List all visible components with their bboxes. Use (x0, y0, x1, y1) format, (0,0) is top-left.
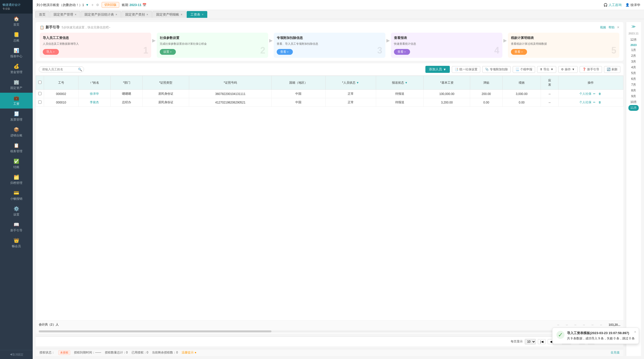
service-btn[interactable]: 🎧 人工咨询 (603, 3, 622, 7)
add-employee-btn[interactable]: 添加人员 ▼ (425, 66, 450, 73)
salary-table-wrap: 工号 ↑ *姓名 *部门 *证照类型 *证照号码 国 (36, 76, 623, 320)
toast-close-btn[interactable]: × (634, 330, 636, 334)
cell-actions-0: 个人社保 ✏ 🗑 (558, 90, 623, 98)
service-icon: 🎧 (603, 3, 608, 7)
select-all-checkbox[interactable] (38, 81, 42, 84)
sidebar-item-member[interactable]: 👑畅会员 (0, 235, 33, 251)
search-input[interactable] (39, 66, 84, 72)
add-dropdown-icon: ▼ (443, 68, 446, 71)
step-btn-2[interactable]: 设置＞ (160, 49, 176, 55)
rp-month-11月[interactable]: 11月 (628, 105, 639, 111)
name-link-1[interactable]: 李俊杰 (90, 100, 99, 104)
first-page-btn[interactable]: |◀ (538, 339, 545, 344)
step-num-5: 5 (611, 45, 616, 56)
rp-month-8月[interactable]: 8月 (628, 88, 639, 93)
delete-btn-0[interactable]: 🗑 (597, 92, 602, 96)
rp-month-2月[interactable]: 2月 (628, 53, 639, 59)
tab-close-depreciation[interactable]: × (115, 13, 117, 16)
guide-video-btn[interactable]: 视频 (600, 25, 606, 30)
report-filter-icon[interactable]: ▼ (405, 81, 408, 84)
social-icon: 📑 (455, 68, 458, 71)
delete-btn-1[interactable]: 🗑 (597, 100, 602, 104)
tab-close-fixed-assets[interactable]: × (75, 13, 76, 16)
step-btn-1[interactable]: 导入＞ (43, 49, 59, 55)
sidebar-item-expense[interactable]: 💳小畅报销 (0, 188, 33, 203)
sidebar-item-salary[interactable]: 💼工资 (0, 93, 33, 109)
sidebar-item-tax[interactable]: 📋税务管理 (0, 140, 33, 156)
th-base-salary: *基本工资 (424, 76, 470, 90)
sidebar-icon-salary: 💼 (14, 95, 19, 101)
sidebar-label-ledger: 总账 (13, 38, 19, 43)
account-dropdown[interactable]: ▼ (86, 3, 89, 7)
sidebar-item-settle[interactable]: ✅结账 (0, 156, 33, 172)
special-deduction-btn[interactable]: 📎 专项附加扣除 (482, 66, 511, 73)
row-checkbox-0 (36, 90, 44, 98)
rp-month-4月[interactable]: 4月 (628, 65, 639, 70)
step-btn-4[interactable]: 查看＞ (394, 49, 410, 55)
guide-panel: 📋 新手引导 5步快速完成设置，快去完善信息吧~ 视频 帮助 × 导入员工工资信… (36, 22, 623, 61)
tab-home[interactable]: 首页 (35, 11, 49, 18)
edit-btn-1[interactable]: ✏ (592, 100, 596, 105)
sidebar-item-import-export[interactable]: 📦进销台账 (0, 124, 33, 140)
export-btn[interactable]: ⬆ 导出 ▼ (537, 66, 556, 73)
name-link-0[interactable]: 徐泽华 (90, 92, 99, 95)
rp-month-9月[interactable]: 9月 (628, 93, 639, 99)
step-btn-wrap-4: 查看＞ (394, 49, 410, 55)
tab-salary[interactable]: 工资表× (187, 11, 207, 18)
rp-month-10月[interactable]: 10月 (628, 99, 639, 105)
sidebar-item-invoice[interactable]: 🧾发票管理 (0, 109, 33, 124)
refresh-btn[interactable]: 🔄 刷新 (604, 66, 620, 73)
charge-link[interactable]: 去充值 (611, 350, 620, 355)
sidebar-label-settings: 设置 (13, 213, 19, 217)
calendar-icon[interactable]: 📅 (142, 3, 146, 7)
sidebar-item-newbie[interactable]: 📖新手引导 (0, 219, 33, 235)
rp-month-6月[interactable]: 6月 (628, 76, 639, 82)
step-btn-5[interactable]: 查看＞ (511, 49, 527, 55)
row-check-1[interactable] (38, 100, 42, 104)
guide-subtitle: 5步快速完成设置，快去完善信息吧~ (62, 25, 110, 30)
sidebar-item-settings[interactable]: ⚙️设置 (0, 203, 33, 219)
guide-help-btn[interactable]: 帮助 (609, 25, 615, 30)
collapse-right-btn[interactable]: ≫ (631, 24, 636, 29)
old-version-btn[interactable]: 切到旧版 (102, 2, 119, 8)
sidebar-collapse[interactable]: ◀取消固定 (0, 350, 33, 359)
edit-btn-0[interactable]: ✏ (592, 92, 596, 96)
step-num-1: 1 (143, 45, 148, 56)
sidebar-item-finance[interactable]: 💰资金管理 (0, 61, 33, 77)
rp-month-5月[interactable]: 5月 (628, 70, 639, 76)
status-filter-icon[interactable]: ▼ (356, 81, 359, 84)
rp-month-12月[interactable]: 12月 (628, 37, 639, 43)
tab-detail[interactable]: 固定资产明细账× (152, 11, 186, 18)
tab-depreciation[interactable]: 固定资产折旧统计表× (81, 11, 121, 18)
social-insurance-btn[interactable]: 📑 统一社保设置 (452, 66, 480, 73)
rp-month-1月[interactable]: 1月 (628, 47, 639, 53)
guide-close-btn[interactable]: × (617, 25, 619, 30)
step-btn-3[interactable]: 查看＞ (277, 49, 293, 55)
add-account-btn[interactable]: + (91, 3, 94, 7)
action-social-0[interactable]: 个人社保 (579, 92, 591, 95)
operation-btn[interactable]: ⚙ 操作 ▼ (558, 66, 578, 73)
scroll-bar[interactable] (39, 330, 620, 332)
total-auth: 授权数量总计：0 (105, 350, 128, 355)
tab-category[interactable]: 固定资产类别× (122, 11, 152, 18)
tab-close-salary[interactable]: × (202, 13, 204, 16)
tab-close-detail[interactable]: × (181, 13, 182, 16)
sidebar-item-reports[interactable]: 📊报表中心 (0, 45, 33, 61)
rp-month-7月[interactable]: 7月 (628, 82, 639, 88)
tab-close-category[interactable]: × (146, 13, 148, 16)
sidebar-item-archive[interactable]: 🗂️归档管理 (0, 172, 33, 188)
sidebar-item-ledger[interactable]: 📒总账 (0, 29, 33, 45)
per-page-select[interactable]: 10 20 50 (525, 339, 536, 344)
row-check-0[interactable] (38, 92, 42, 95)
sidebar-item-home[interactable]: 🏠首页 (0, 14, 33, 29)
tab-fixed-assets[interactable]: 固定资产管理× (50, 11, 80, 18)
settings-icon[interactable]: ⚙ (96, 3, 99, 7)
action-social-1[interactable]: 个人社保 (579, 100, 591, 104)
sidebar-item-fixed-assets[interactable]: 🏢固定资产 (0, 77, 33, 93)
rp-month-3月[interactable]: 3月 (628, 59, 639, 65)
sidebar-icon-member: 👑 (14, 238, 19, 243)
guide-arrow-4: ▶ (502, 38, 508, 43)
newbie-guide-btn[interactable]: ❓ 新手引导 (580, 66, 602, 73)
user-info[interactable]: 👤 徐泽华 (625, 3, 640, 7)
tax-report-btn[interactable]: 📃 个税申报 (513, 66, 535, 73)
